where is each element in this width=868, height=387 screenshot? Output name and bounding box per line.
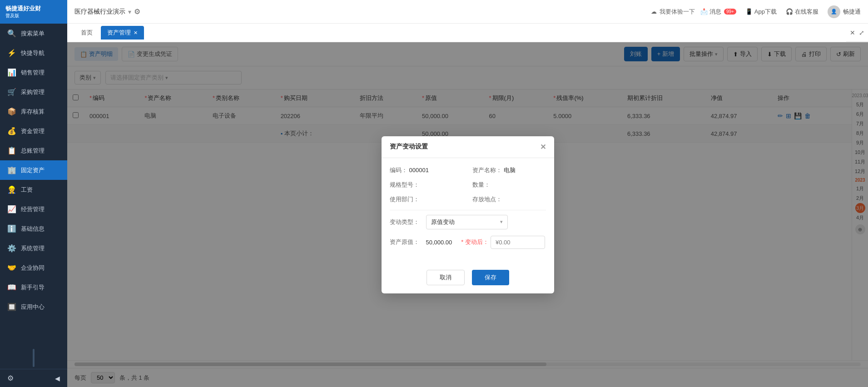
spec-label: 规格型号： (390, 181, 419, 189)
content-area: 📋 资产明细 📄 变更生成凭证 刘账 + 新增 (67, 42, 868, 387)
location-label: 存放地点： (472, 195, 502, 203)
app-name: 畅捷通好业财 (5, 5, 41, 13)
cancel-button[interactable]: 取消 (427, 270, 465, 285)
service-icon: 🎧 (786, 8, 793, 15)
sidebar-scroll: 🔍 搜索菜单 ⚡ 快捷导航 📊 销售管理 🛒 采购管理 📦 库存核算 💰 资金管… (0, 24, 67, 347)
sales-icon: 📊 (7, 68, 16, 77)
change-type-dropdown-icon: ▾ (500, 219, 503, 225)
window-controls: ✕ ⤢ (846, 24, 868, 42)
save-label: 保存 (485, 274, 496, 281)
modal-location-field: 存放地点： (472, 195, 546, 203)
window-close-icon[interactable]: ✕ (850, 29, 855, 36)
system-icon: ⚙️ (7, 244, 16, 253)
purchase-icon: 🛒 (7, 88, 16, 96)
main-content: 医疗器械行业演示 ▾ ⚙ ☁ 我要体验一下 📩 消息 99+ 📱 App下载 🎧… (67, 0, 868, 387)
modal-quantity-field: 数量： (472, 181, 546, 189)
sidebar-item-label: 销售管理 (21, 69, 45, 77)
sidebar-item-app-center[interactable]: 🔲 应用中心 (0, 297, 67, 317)
name-value: 电脑 (504, 166, 516, 174)
modal-row-3: 使用部门： 存放地点： (390, 195, 546, 203)
sidebar-item-corp-collab[interactable]: 🤝 企业协同 (0, 258, 67, 278)
change-type-label: 变动类型： (390, 218, 426, 226)
tab-home[interactable]: 首页 (74, 26, 99, 40)
ledger-icon: 📋 (7, 146, 16, 155)
avatar: 👤 (828, 5, 840, 18)
quantity-label: 数量： (472, 181, 490, 189)
cancel-label: 取消 (440, 274, 451, 281)
tab-asset-manage[interactable]: 资产管理 ✕ (101, 26, 144, 40)
topbar-experience[interactable]: ☁ 我要体验一下 (651, 8, 695, 16)
sidebar-item-guide[interactable]: 📖 新手引导 (0, 278, 67, 297)
modal-spec-field: 规格型号： (390, 181, 463, 189)
app-download-icon: 📱 (745, 8, 753, 15)
sidebar-item-label: 总账管理 (21, 147, 45, 155)
corp-collab-icon: 🤝 (7, 263, 16, 272)
tab-close-icon[interactable]: ✕ (134, 30, 138, 36)
change-type-input[interactable]: 原值变动 ▾ (426, 215, 508, 229)
notification-icon: 📩 (700, 8, 708, 15)
sidebar-item-label: 资金管理 (21, 127, 45, 135)
notification-item[interactable]: 📩 消息 99+ (700, 8, 736, 16)
sidebar-item-operations[interactable]: 📈 经营管理 (0, 199, 67, 219)
modal-change-type-row: 变动类型： 原值变动 ▾ (390, 215, 546, 229)
quick-nav-icon: ⚡ (7, 49, 16, 57)
collapse-icon[interactable]: ◀ (55, 375, 60, 382)
modal-header: 资产变动设置 ✕ (382, 136, 554, 158)
modal-dept-field: 使用部门： (390, 195, 463, 203)
sidebar-item-purchase[interactable]: 🛒 采购管理 (0, 82, 67, 102)
inventory-icon: 📦 (7, 107, 16, 116)
modal-close-button[interactable]: ✕ (540, 143, 546, 151)
code-value: 000001 (409, 167, 429, 174)
modal-title: 资产变动设置 (390, 143, 428, 151)
sidebar-item-label: 基础信息 (21, 225, 45, 233)
original-value-display: 50,000.00 (426, 239, 452, 246)
window-maximize-icon[interactable]: ⤢ (859, 29, 864, 36)
sidebar-item-ledger[interactable]: 📋 总账管理 (0, 141, 67, 160)
after-change-input[interactable] (491, 236, 545, 249)
topbar: 医疗器械行业演示 ▾ ⚙ ☁ 我要体验一下 📩 消息 99+ 📱 App下载 🎧… (67, 0, 868, 24)
sidebar-item-quick-nav[interactable]: ⚡ 快捷导航 (0, 43, 67, 63)
modal-row-2: 规格型号： 数量： (390, 181, 546, 189)
app-center-icon: 🔲 (7, 303, 16, 311)
sidebar-item-inventory[interactable]: 📦 库存核算 (0, 102, 67, 121)
online-service-item[interactable]: 🎧 在线客服 (786, 8, 818, 16)
company-name: 医疗器械行业演示 (74, 8, 125, 16)
sidebar-item-sales[interactable]: 📊 销售管理 (0, 63, 67, 82)
sidebar-item-search[interactable]: 🔍 搜索菜单 (0, 24, 67, 43)
sidebar-item-label: 搜索菜单 (21, 30, 45, 38)
sidebar-item-label: 快捷导航 (21, 49, 45, 57)
experience-label: 我要体验一下 (660, 8, 695, 16)
modal-name-field: 资产名称： 电脑 (472, 166, 546, 174)
name-label: 资产名称： (472, 166, 502, 174)
topbar-title: 医疗器械行业演示 ▾ ⚙ (74, 7, 645, 16)
finance-icon: 💰 (7, 127, 16, 135)
sidebar-item-finance[interactable]: 💰 资金管理 (0, 121, 67, 141)
sidebar-logo: 畅捷通好业财 普及版 (0, 0, 67, 24)
sidebar-item-label: 固定资产 (21, 166, 45, 174)
sidebar-item-system[interactable]: ⚙️ 系统管理 (0, 238, 67, 258)
settings-icon[interactable]: ⚙ (7, 374, 14, 382)
modal-divider (390, 210, 546, 210)
fixed-assets-icon: 🏢 (7, 166, 16, 174)
cloud-icon: ☁ (651, 8, 657, 15)
tab-asset-label: 资产管理 (107, 29, 131, 37)
sidebar-item-basic-info[interactable]: ℹ️ 基础信息 (0, 219, 67, 238)
basic-info-icon: ℹ️ (7, 224, 16, 233)
sidebar-item-label: 系统管理 (21, 244, 45, 253)
sidebar-item-label: 库存核算 (21, 108, 45, 116)
company-dropdown-icon[interactable]: ▾ (128, 8, 131, 15)
sidebar-item-fixed-assets[interactable]: 🏢 固定资产 (0, 160, 67, 180)
app-edition: 普及版 (5, 13, 41, 19)
original-value-label: 资产原值： (390, 238, 426, 246)
sidebar-item-payroll[interactable]: 👷 工资 (0, 180, 67, 199)
after-change-label: * 变动后： (461, 238, 489, 246)
topbar-settings-icon[interactable]: ⚙ (134, 7, 140, 16)
sidebar-footer: ⚙ ◀ (0, 369, 67, 387)
sidebar-item-label: 采购管理 (21, 88, 45, 96)
app-download-item[interactable]: 📱 App下载 (745, 8, 777, 16)
save-button[interactable]: 保存 (472, 270, 509, 285)
user-info[interactable]: 👤 畅捷通 (828, 5, 861, 18)
modal-footer: 取消 保存 (382, 263, 554, 293)
user-name: 畅捷通 (843, 8, 861, 16)
search-icon: 🔍 (7, 29, 16, 38)
